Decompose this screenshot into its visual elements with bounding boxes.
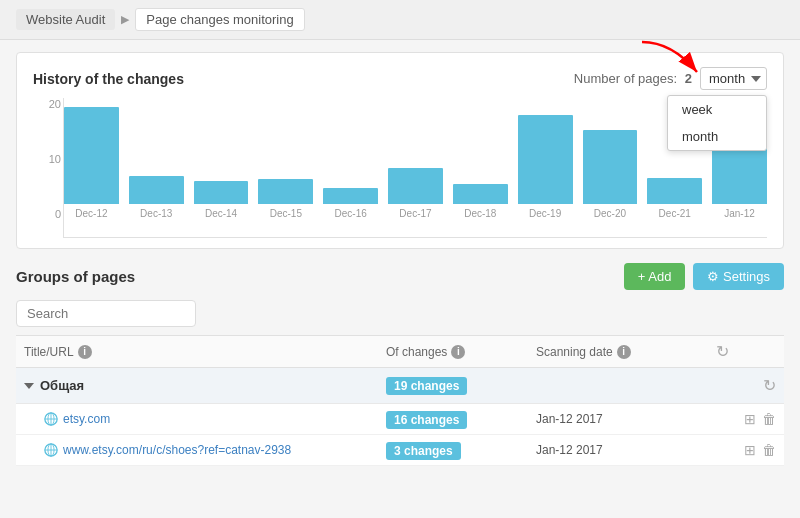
- col-changes: Of changes i: [386, 342, 536, 361]
- bar: [647, 178, 702, 204]
- bar-label: Dec-19: [529, 208, 561, 219]
- table-row: etsy.com 16 changes Jan-12 2017 ⊞ 🗑: [16, 404, 784, 435]
- bar-label: Dec-12: [75, 208, 107, 219]
- row2-icons: ⊞ 🗑: [716, 442, 776, 458]
- globe-icon: [44, 412, 58, 426]
- group-changes-badge: 19 changes: [386, 377, 467, 395]
- col-title: Title/URL i: [24, 342, 386, 361]
- bar: [388, 168, 443, 204]
- row1-copy-icon[interactable]: ⊞: [744, 411, 756, 427]
- breadcrumb-separator: ▶: [121, 13, 129, 26]
- title-info-icon: i: [78, 345, 92, 359]
- bar-label: Dec-21: [659, 208, 691, 219]
- group-name: Общая: [24, 378, 386, 393]
- bar-label: Dec-18: [464, 208, 496, 219]
- chart-section: History of the changes Number of pages: …: [16, 52, 784, 249]
- refresh-all-icon[interactable]: ↻: [716, 342, 729, 361]
- add-button[interactable]: + Add: [624, 263, 686, 290]
- group-refresh-icon[interactable]: ↻: [763, 376, 776, 395]
- collapse-icon[interactable]: [24, 383, 34, 389]
- chart-title: History of the changes: [33, 71, 184, 87]
- bar: [129, 176, 184, 204]
- bar-group: Dec-17: [388, 168, 443, 219]
- row2-changes: 3 changes: [386, 443, 536, 458]
- y-label-10: 10: [33, 153, 61, 165]
- y-axis: 20 10 0: [33, 98, 61, 238]
- row1-url: etsy.com: [24, 412, 386, 426]
- bar-label: Dec-15: [270, 208, 302, 219]
- main-content: History of the changes Number of pages: …: [0, 40, 800, 478]
- row1-scan-date: Jan-12 2017: [536, 412, 716, 426]
- bar-group: Dec-12: [64, 107, 119, 219]
- bar-label: Dec-17: [399, 208, 431, 219]
- bars-container: Dec-12Dec-13Dec-14Dec-15Dec-16Dec-17Dec-…: [63, 98, 767, 238]
- groups-header: Groups of pages + Add ⚙ Settings: [16, 263, 784, 290]
- row2-delete-icon[interactable]: 🗑: [762, 442, 776, 458]
- groups-title: Groups of pages: [16, 268, 135, 285]
- breadcrumb-parent[interactable]: Website Audit: [16, 9, 115, 30]
- bar: [64, 107, 119, 204]
- row2-scan-date: Jan-12 2017: [536, 443, 716, 457]
- bar-label: Dec-13: [140, 208, 172, 219]
- settings-button[interactable]: ⚙ Settings: [693, 263, 784, 290]
- group-changes: 19 changes: [386, 378, 536, 393]
- bar: [518, 115, 573, 204]
- breadcrumb-current: Page changes monitoring: [135, 8, 304, 31]
- bar: [194, 181, 249, 204]
- bar-group: Dec-21: [647, 178, 702, 219]
- scan-info-icon: i: [617, 345, 631, 359]
- pages-label: Number of pages: 2: [574, 71, 692, 86]
- bar: [258, 179, 313, 204]
- row1-icons: ⊞ 🗑: [716, 411, 776, 427]
- row1-changes: 16 changes: [386, 412, 536, 427]
- chart-header: History of the changes Number of pages: …: [33, 67, 767, 90]
- row1-badge: 16 changes: [386, 411, 467, 429]
- row2-url: www.etsy.com/ru/c/shoes?ref=catnav-2938: [24, 443, 386, 457]
- bar-label: Dec-20: [594, 208, 626, 219]
- y-label-20: 20: [33, 98, 61, 110]
- bar-label: Dec-16: [335, 208, 367, 219]
- groups-section: Groups of pages + Add ⚙ Settings Title/U…: [16, 263, 784, 466]
- y-label-0: 0: [33, 208, 61, 220]
- bar-group: Dec-20: [583, 130, 638, 219]
- row2-copy-icon[interactable]: ⊞: [744, 442, 756, 458]
- bar-group: Dec-13: [129, 176, 184, 219]
- bar-label: Dec-14: [205, 208, 237, 219]
- period-dropdown: week month: [667, 95, 767, 151]
- chart-area: 20 10 0 Dec-12Dec-13Dec-14Dec-15Dec-16De…: [33, 98, 767, 238]
- bar-group: Dec-18: [453, 184, 508, 219]
- bar: [323, 188, 378, 204]
- table-row: www.etsy.com/ru/c/shoes?ref=catnav-2938 …: [16, 435, 784, 466]
- col-actions: ↻: [716, 342, 776, 361]
- bar-group: Dec-15: [258, 179, 313, 219]
- row2-badge: 3 changes: [386, 442, 461, 460]
- col-scan-date: Scanning date i: [536, 342, 716, 361]
- groups-actions: + Add ⚙ Settings: [624, 263, 784, 290]
- group-row: Общая 19 changes ↻: [16, 368, 784, 404]
- dropdown-week[interactable]: week: [668, 96, 766, 123]
- period-select[interactable]: month week: [700, 67, 767, 90]
- bar-label: Jan-12: [724, 208, 755, 219]
- bar: [583, 130, 638, 204]
- globe-icon: [44, 443, 58, 457]
- bar-group: Dec-16: [323, 188, 378, 219]
- row1-delete-icon[interactable]: 🗑: [762, 411, 776, 427]
- bar-group: Dec-19: [518, 115, 573, 219]
- table-header: Title/URL i Of changes i Scanning date i…: [16, 335, 784, 368]
- changes-info-icon: i: [451, 345, 465, 359]
- dropdown-month[interactable]: month: [668, 123, 766, 150]
- search-input[interactable]: [16, 300, 196, 327]
- group-row-icons: ↻: [716, 376, 776, 395]
- bar: [453, 184, 508, 204]
- chart-controls: Number of pages: 2 month week: [574, 67, 767, 90]
- breadcrumb: Website Audit ▶ Page changes monitoring: [0, 0, 800, 40]
- bar-group: Dec-14: [194, 181, 249, 219]
